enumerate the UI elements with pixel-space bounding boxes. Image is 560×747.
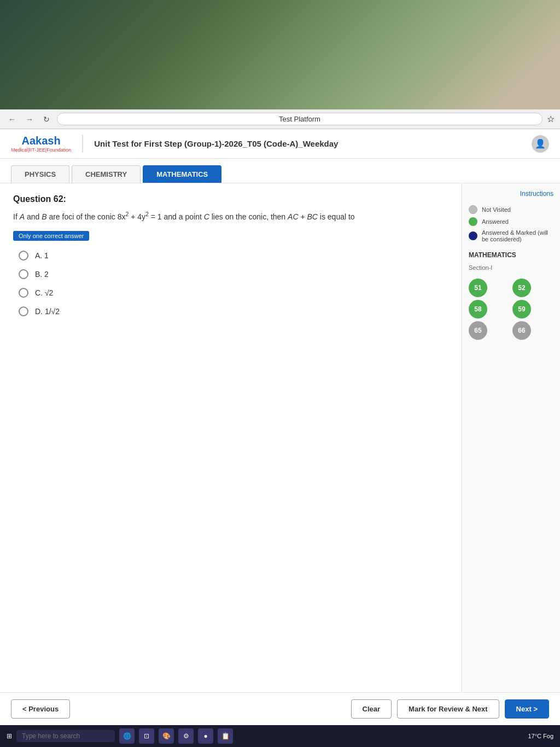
not-visited-label: Not Visited xyxy=(482,206,511,213)
option-c-radio[interactable] xyxy=(19,288,28,298)
test-title: Unit Test for First Step (Group-1)-2026_… xyxy=(94,139,338,148)
browser-reload-btn[interactable]: ↻ xyxy=(40,114,52,125)
taskbar-icon-3[interactable]: 🎨 xyxy=(159,728,174,744)
previous-button[interactable]: < Previous xyxy=(11,699,70,719)
logo-subtext: Medical|IIT-JEE|Foundation xyxy=(11,147,71,153)
main-content: Question 62: If A and B are foci of the … xyxy=(0,183,560,692)
q-btn-59[interactable]: 59 xyxy=(512,300,531,319)
taskbar: ⊞ 🌐 ⊡ 🎨 ⚙ ● 📋 17°C Fog xyxy=(0,725,560,747)
not-visited-dot xyxy=(469,205,477,214)
question-number: Question 62: xyxy=(13,194,448,204)
section-sublabel: Section-I xyxy=(469,264,553,271)
user-avatar: 👤 xyxy=(532,135,549,153)
options-list: A. 1 B. 2 C. √2 D. 1/√2 xyxy=(19,251,448,316)
status-legend: Not Visited Answered Answered & Marked (… xyxy=(469,205,553,242)
answered-label: Answered xyxy=(482,218,509,225)
q-btn-51[interactable]: 51 xyxy=(469,279,487,297)
subject-tabs: PHYSICS CHEMISTRY MATHEMATICS xyxy=(0,159,560,183)
q-btn-58[interactable]: 58 xyxy=(469,300,487,319)
taskbar-icon-2[interactable]: ⊡ xyxy=(139,728,154,744)
clear-button[interactable]: Clear xyxy=(351,699,392,719)
logo-text: Aakash xyxy=(22,135,61,147)
option-a-label: A. 1 xyxy=(35,251,49,260)
answered-marked-label: Answered & Marked (will be considered) xyxy=(482,229,553,242)
option-a[interactable]: A. 1 xyxy=(19,251,448,260)
taskbar-icon-1[interactable]: 🌐 xyxy=(119,728,135,744)
camera-reflection xyxy=(0,0,560,109)
browser-toolbar: ← → ↻ Test Platform ☆ xyxy=(0,109,560,129)
q-btn-52[interactable]: 52 xyxy=(512,279,531,297)
option-b-label: B. 2 xyxy=(35,270,49,279)
option-d[interactable]: D. 1/√2 xyxy=(19,306,448,316)
status-not-visited: Not Visited xyxy=(469,205,553,214)
mark-review-button[interactable]: Mark for Review & Next xyxy=(397,699,499,719)
question-area: Question 62: If A and B are foci of the … xyxy=(0,183,462,692)
bottom-nav: < Previous Clear Mark for Review & Next … xyxy=(0,692,560,725)
option-c-label: C. √2 xyxy=(35,288,53,297)
instructions-link[interactable]: Instructions xyxy=(469,190,553,198)
taskbar-icon-4[interactable]: ⚙ xyxy=(178,728,194,744)
question-number-grid: 51 52 58 59 65 66 xyxy=(469,279,553,340)
section-subject-label: MATHEMATICS xyxy=(469,251,553,259)
test-platform: Aakash Medical|IIT-JEE|Foundation Unit T… xyxy=(0,129,560,725)
answered-marked-dot xyxy=(469,231,477,240)
next-button[interactable]: Next > xyxy=(505,699,549,719)
browser-forward-btn[interactable]: → xyxy=(23,114,36,125)
platform-header: Aakash Medical|IIT-JEE|Foundation Unit T… xyxy=(0,129,560,159)
tab-physics[interactable]: PHYSICS xyxy=(11,165,69,183)
option-b-radio[interactable] xyxy=(19,269,28,279)
status-answered-marked: Answered & Marked (will be considered) xyxy=(469,229,553,242)
question-text: If A and B are foci of the conic 8x2 + 4… xyxy=(13,210,448,223)
address-bar: Test Platform xyxy=(57,113,542,125)
bookmark-icon: ☆ xyxy=(547,114,555,124)
browser-back-btn[interactable]: ← xyxy=(5,114,19,125)
tab-mathematics[interactable]: MATHEMATICS xyxy=(143,165,221,183)
right-sidebar: Instructions Not Visited Answered Answer… xyxy=(462,183,560,692)
option-d-radio[interactable] xyxy=(19,306,28,316)
q-btn-65[interactable]: 65 xyxy=(469,321,487,340)
answered-dot xyxy=(469,217,477,226)
option-d-label: D. 1/√2 xyxy=(35,307,60,316)
answer-type-badge: Only one correct answer xyxy=(13,231,89,241)
status-answered: Answered xyxy=(469,217,553,226)
option-a-radio[interactable] xyxy=(19,251,28,260)
taskbar-right: 17°C Fog xyxy=(528,733,553,739)
option-b[interactable]: B. 2 xyxy=(19,269,448,279)
tab-chemistry[interactable]: CHEMISTRY xyxy=(72,165,141,183)
logo-area: Aakash Medical|IIT-JEE|Foundation xyxy=(11,135,83,153)
q-btn-66[interactable]: 66 xyxy=(512,321,531,340)
taskbar-temperature: 17°C Fog xyxy=(528,733,553,739)
windows-icon: ⊞ xyxy=(7,732,12,740)
taskbar-icon-6[interactable]: 📋 xyxy=(218,728,233,744)
taskbar-icon-5[interactable]: ● xyxy=(198,728,213,744)
taskbar-search-input[interactable] xyxy=(16,730,115,742)
option-c[interactable]: C. √2 xyxy=(19,288,448,298)
